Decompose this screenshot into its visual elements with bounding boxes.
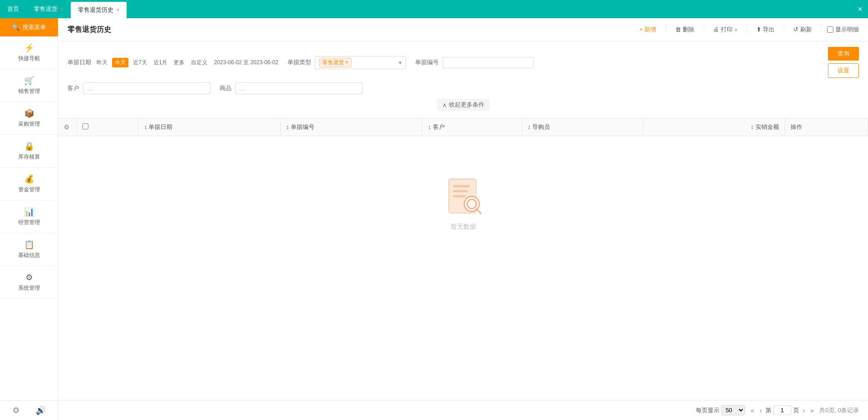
table-area: ⚙ ↕ 单据日期 ↕ 单据编号 ↕ 客户 (58, 118, 868, 400)
refresh-button-label: ↺ 刷新 (793, 26, 812, 34)
query-button[interactable]: 查询 (828, 47, 859, 61)
export-button-label: ⬆ 导出 (756, 26, 775, 34)
sidebar-item-quick-nav[interactable]: ⚡ 快捷导航 (0, 36, 58, 69)
empty-state: 暂无数据 (58, 136, 868, 267)
type-tag-remove[interactable]: × (345, 59, 349, 66)
col-amount[interactable]: ↕ 实销金额 (643, 118, 785, 136)
svg-rect-1 (453, 185, 470, 188)
sidebar-search[interactable]: 🔍 搜索菜单 (0, 18, 58, 36)
date-btn-custom[interactable]: 自定义 (189, 58, 209, 67)
empty-icon (438, 173, 488, 223)
divider-3 (747, 26, 747, 33)
search-icon: 🔍 (12, 24, 20, 31)
col-action: 操作 (785, 118, 868, 136)
date-btn-today[interactable]: 今天 (112, 58, 128, 67)
col-amount-label: ↕ 实销金额 (750, 123, 779, 130)
prev-page-button[interactable]: ‹ (758, 406, 764, 415)
date-btn-7days[interactable]: 近7天 (131, 58, 149, 67)
audio-icon[interactable]: 🔊 (36, 405, 46, 415)
show-detail-toggle[interactable]: 显示明细 (827, 26, 859, 34)
finance-icon: 💰 (24, 174, 34, 184)
data-table: ⚙ ↕ 单据日期 ↕ 单据编号 ↕ 客户 (58, 118, 868, 136)
svg-rect-2 (453, 190, 467, 193)
page-size-dropdown[interactable]: 10 20 50 100 (721, 405, 745, 415)
empty-text: 暂无数据 (451, 223, 476, 231)
page-header: 零售退货历史 + 新增 🗑 删除 🖨 打印 ▾ ⬆ 导出 (58, 18, 868, 41)
sidebar-item-sys-mgmt-label: 系统管理 (18, 284, 40, 292)
select-all-checkbox[interactable] (82, 123, 88, 129)
number-filter: 单据编号 (415, 57, 534, 68)
next-page-button[interactable]: › (801, 406, 807, 415)
query-set-buttons: 查询 设置 (828, 47, 859, 78)
show-detail-checkbox[interactable] (827, 26, 833, 33)
sidebar-item-finance[interactable]: 💰 资金管理 (0, 168, 58, 200)
sidebar-item-ops-mgmt[interactable]: 📊 经营管理 (0, 200, 58, 233)
col-number[interactable]: ↕ 单据编号 (280, 118, 422, 136)
settings-icon[interactable]: ⚙ (12, 405, 20, 415)
collapse-button[interactable]: ∧ 收起更多条件 (437, 99, 490, 111)
tab-retail-return-close[interactable]: × (60, 6, 63, 12)
pagination: 每页显示 10 20 50 100 « ‹ 第 页 › » (696, 405, 859, 415)
tab-home-label: 首页 (7, 5, 19, 13)
sidebar-item-quick-nav-label: 快捷导航 (18, 55, 40, 62)
col-customer-label: ↕ 客户 (428, 123, 444, 130)
goods-filter-label: 商品 (220, 84, 231, 92)
sidebar-item-sales-mgmt[interactable]: 🛒 销售管理 (0, 69, 58, 102)
last-page-button[interactable]: » (809, 406, 816, 415)
svg-line-6 (476, 209, 481, 214)
col-customer[interactable]: ↕ 客户 (422, 118, 522, 136)
tab-home[interactable]: 首页 (0, 0, 26, 18)
sidebar-item-inventory[interactable]: 🔒 库存核算 (0, 135, 58, 168)
type-select[interactable]: 零售退货 × ▾ (315, 56, 406, 69)
delete-button[interactable]: 🗑 删除 (672, 24, 699, 36)
export-button[interactable]: ⬆ 导出 (753, 24, 779, 36)
sidebar-item-sys-mgmt[interactable]: ⚙ 系统管理 (0, 266, 58, 299)
table-settings-icon[interactable]: ⚙ (64, 123, 70, 131)
sidebar-item-sales-mgmt-label: 销售管理 (18, 87, 40, 95)
filter-area: 单据日期 昨天 今天 近7天 近1月 更多 自定义 2023-06-02 至 2… (58, 41, 868, 118)
tab-retail-return-history[interactable]: 零售退货历史 × (71, 2, 127, 18)
first-page-button[interactable]: « (749, 406, 756, 415)
page-of-label: 第 (765, 406, 771, 415)
tab-retail-return-history-label: 零售退货历史 (78, 6, 113, 14)
refresh-button[interactable]: ↺ 刷新 (790, 24, 816, 36)
sidebar-item-basic-info[interactable]: 📋 基础信息 (0, 233, 58, 266)
date-btn-1month[interactable]: 近1月 (152, 58, 169, 67)
print-button[interactable]: 🖨 打印 ▾ (709, 24, 741, 36)
page-input[interactable] (773, 405, 791, 415)
date-btn-yesterday[interactable]: 昨天 (95, 58, 109, 67)
col-date[interactable]: ↕ 单据日期 (139, 118, 281, 136)
sidebar-item-purchase-mgmt[interactable]: 📦 采购管理 (0, 102, 58, 135)
page-size-select: 每页显示 10 20 50 100 (696, 405, 745, 415)
sidebar-search-label: 搜索菜单 (22, 23, 46, 31)
page-actions: + 新增 🗑 删除 🖨 打印 ▾ ⬆ 导出 ↺ 刷新 (636, 24, 859, 36)
inventory-icon: 🔒 (24, 141, 34, 151)
filter-row-2: 客户 ... 商品 ... (67, 82, 859, 94)
date-range-display: 2023-06-02 至 2023-06-02 (214, 59, 278, 67)
tab-retail-return[interactable]: 零售退货 × (26, 0, 71, 18)
table-header: ⚙ ↕ 单据日期 ↕ 单据编号 ↕ 客户 (58, 118, 868, 136)
customer-filter: 客户 ... (67, 82, 211, 94)
number-input[interactable] (442, 57, 534, 68)
divider-4 (784, 26, 784, 33)
main-layout: 🔍 搜索菜单 ⚡ 快捷导航 🛒 销售管理 📦 采购管理 🔒 库存核算 💰 资金管… (0, 18, 868, 420)
new-button[interactable]: + 新增 (636, 24, 660, 36)
page-nav: « ‹ 第 页 › » (749, 405, 816, 415)
ops-mgmt-icon: 📊 (24, 207, 34, 217)
type-select-chevron: ▾ (399, 59, 402, 66)
divider-5 (821, 26, 822, 33)
date-btn-more[interactable]: 更多 (172, 58, 186, 67)
date-shortcuts: 昨天 今天 近7天 近1月 更多 自定义 2023-06-02 至 2023-0… (95, 58, 278, 67)
print-button-label: 🖨 打印 (713, 26, 733, 34)
goods-placeholder: ... (239, 84, 245, 92)
tab-retail-return-history-close[interactable]: × (116, 7, 119, 13)
col-number-label: ↕ 单据编号 (286, 123, 314, 130)
col-guide[interactable]: ↕ 导购员 (522, 118, 643, 136)
sys-mgmt-icon: ⚙ (26, 272, 33, 282)
number-filter-label: 单据编号 (415, 58, 439, 67)
window-close-button[interactable]: × (852, 5, 868, 14)
basic-info-icon: 📋 (24, 240, 34, 250)
customer-select[interactable]: ... (83, 82, 211, 94)
goods-select[interactable]: ... (235, 82, 363, 94)
set-button[interactable]: 设置 (828, 63, 859, 78)
